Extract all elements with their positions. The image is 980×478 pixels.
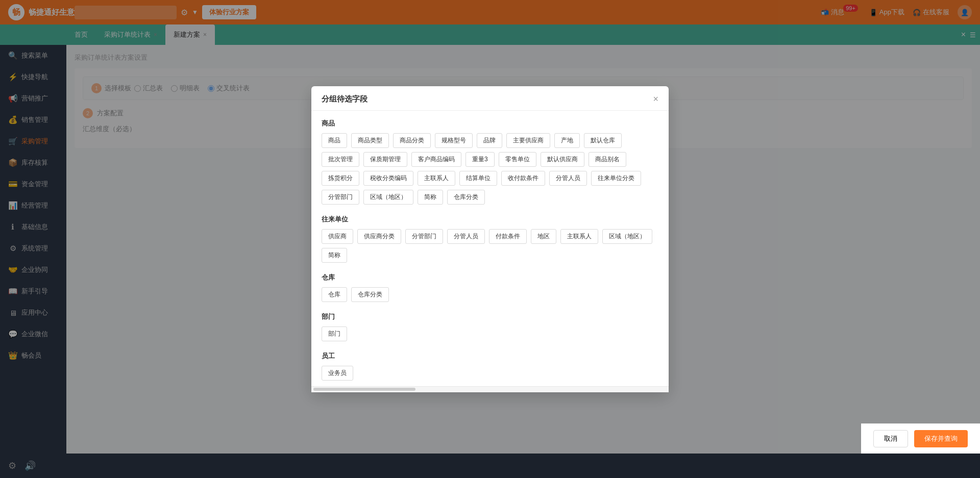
field-section-员工: 员工业务员 — [322, 351, 658, 381]
field-tag[interactable]: 业务员 — [322, 366, 353, 381]
field-tag[interactable]: 规格型号 — [435, 133, 473, 148]
field-section-往来单位: 往来单位供应商供应商分类分管部门分管人员付款条件地区主联系人区域（地区）简称 — [322, 215, 658, 263]
modal-overlay: 分组待选字段 × 商品商品商品类型商品分类规格型号品牌主要供应商产地默认仓库批次… — [0, 0, 980, 454]
field-tag[interactable]: 分管部门 — [322, 190, 359, 205]
save-query-button[interactable]: 保存并查询 — [914, 430, 968, 447]
field-tags: 仓库仓库分类 — [322, 287, 658, 302]
field-tag[interactable]: 零售单位 — [499, 152, 536, 167]
field-tag[interactable]: 主联系人 — [418, 171, 455, 186]
section-title: 员工 — [322, 351, 658, 361]
modal-scroll-bottom[interactable] — [311, 386, 669, 392]
section-title: 往来单位 — [322, 215, 658, 224]
footer-buttons: 取消 保存并查询 — [861, 423, 980, 454]
field-tag[interactable]: 默认供应商 — [541, 152, 584, 167]
field-tag[interactable]: 区域（地区） — [363, 190, 413, 205]
field-tag[interactable]: 拣货积分 — [322, 171, 359, 186]
field-tag[interactable]: 仓库 — [322, 287, 347, 302]
field-tag[interactable]: 分管人员 — [447, 229, 485, 244]
field-section-仓库: 仓库仓库仓库分类 — [322, 273, 658, 302]
field-tag[interactable]: 仓库分类 — [447, 190, 485, 205]
field-tag[interactable]: 往来单位分类 — [591, 171, 641, 186]
field-tag[interactable]: 供应商分类 — [357, 229, 401, 244]
modal-title: 分组待选字段 — [322, 94, 368, 104]
field-tags: 业务员 — [322, 366, 658, 381]
field-tag[interactable]: 收付款条件 — [501, 171, 545, 186]
field-tag[interactable]: 简称 — [322, 248, 347, 263]
field-section-部门: 部门部门 — [322, 312, 658, 341]
modal-body[interactable]: 商品商品商品类型商品分类规格型号品牌主要供应商产地默认仓库批次管理保质期管理客户… — [311, 111, 669, 386]
field-tag[interactable]: 重量3 — [465, 152, 495, 167]
field-tags: 商品商品类型商品分类规格型号品牌主要供应商产地默认仓库批次管理保质期管理客户商品… — [322, 133, 658, 205]
field-tag[interactable]: 产地 — [554, 133, 580, 148]
field-tag[interactable]: 品牌 — [477, 133, 502, 148]
field-tag[interactable]: 简称 — [418, 190, 443, 205]
field-tags: 供应商供应商分类分管部门分管人员付款条件地区主联系人区域（地区）简称 — [322, 229, 658, 263]
field-tag[interactable]: 付款条件 — [489, 229, 527, 244]
modal-close-btn[interactable]: × — [653, 94, 658, 104]
modal-header: 分组待选字段 × — [311, 86, 669, 111]
field-tag[interactable]: 批次管理 — [322, 152, 359, 167]
section-title: 部门 — [322, 312, 658, 321]
field-tag[interactable]: 区域（地区） — [602, 229, 652, 244]
field-tags: 部门 — [322, 326, 658, 341]
cancel-button[interactable]: 取消 — [873, 430, 908, 447]
field-tag[interactable]: 主联系人 — [560, 229, 598, 244]
modal: 分组待选字段 × 商品商品商品类型商品分类规格型号品牌主要供应商产地默认仓库批次… — [311, 86, 669, 392]
field-tag[interactable]: 主要供应商 — [506, 133, 550, 148]
field-tag[interactable]: 分管部门 — [405, 229, 443, 244]
section-title: 仓库 — [322, 273, 658, 282]
field-tag[interactable]: 结算单位 — [459, 171, 497, 186]
field-tag[interactable]: 商品 — [322, 133, 347, 148]
field-tag[interactable]: 供应商 — [322, 229, 353, 244]
field-tag[interactable]: 仓库分类 — [351, 287, 389, 302]
field-section-商品: 商品商品商品类型商品分类规格型号品牌主要供应商产地默认仓库批次管理保质期管理客户… — [322, 119, 658, 205]
field-tag[interactable]: 保质期管理 — [363, 152, 407, 167]
field-tag[interactable]: 客户商品编码 — [411, 152, 461, 167]
field-tag[interactable]: 默认仓库 — [584, 133, 622, 148]
field-tag[interactable]: 商品别名 — [589, 152, 626, 167]
field-tag[interactable]: 部门 — [322, 326, 347, 341]
section-title: 商品 — [322, 119, 658, 128]
field-tag[interactable]: 税收分类编码 — [363, 171, 413, 186]
field-tag[interactable]: 分管人员 — [549, 171, 587, 186]
field-tag[interactable]: 地区 — [531, 229, 556, 244]
field-tag[interactable]: 商品类型 — [351, 133, 389, 148]
field-tag[interactable]: 商品分类 — [393, 133, 431, 148]
